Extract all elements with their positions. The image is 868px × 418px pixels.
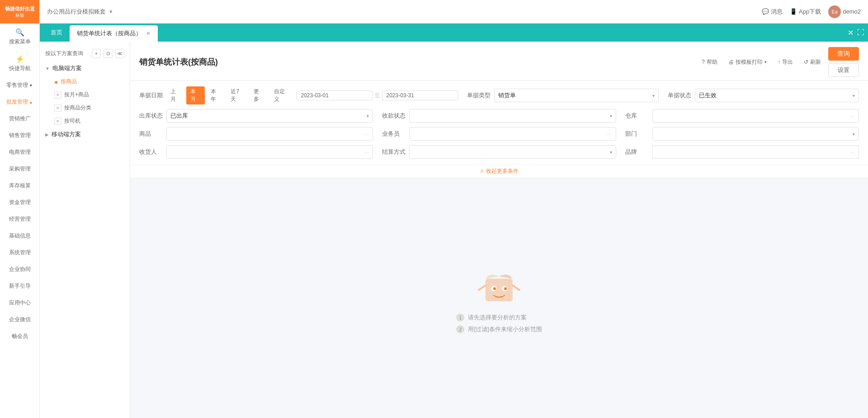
tab-maximize-btn[interactable]: ⛶: [857, 28, 864, 37]
sidebar-item-label: 资金管理: [9, 199, 31, 206]
sidebar-item-label: 基础信息: [9, 232, 31, 240]
chevron-right-icon: ▶: [45, 132, 49, 137]
user-area[interactable]: Ea demo2: [828, 5, 861, 18]
chevron-down-icon[interactable]: ▾: [109, 8, 113, 15]
sidebar-item-label: 搜索菜单: [9, 38, 31, 46]
sidebar-item-label: 系统管理: [9, 249, 31, 256]
collapse-label: ∧ 收起更多条件: [480, 167, 518, 175]
sidebar-item-finance[interactable]: 资金管理: [0, 194, 39, 211]
tree-item-desktop[interactable]: ▼ 电脑端方案: [40, 62, 130, 75]
tab-close-icon[interactable]: ✕: [146, 30, 151, 37]
sidebar-item-retail[interactable]: 零售管理 ▼: [0, 77, 39, 94]
out-value: 已出库: [170, 112, 188, 120]
filter-row-1: 单据日期 上月 本月 本年 近7天 更多 自定义 至: [139, 86, 859, 104]
collapse-panel-btn[interactable]: ≪: [115, 49, 124, 58]
tree-sub-item-by-goods[interactable]: ● 按商品: [40, 75, 130, 88]
sidebar-item-basic[interactable]: 基础信息: [0, 228, 39, 244]
sidebar-item-inventory[interactable]: 库存核算: [0, 177, 39, 194]
tree-sub-item-by-category[interactable]: ≡ 按商品分类: [40, 101, 130, 114]
sidebar-item-search[interactable]: 🔍 搜索菜单: [0, 24, 39, 50]
page-header: 销货单统计表(按商品) ? 帮助 🖨 按模板打印 ▾ ↑ 导出: [130, 42, 868, 81]
print-btn[interactable]: 🖨 按模板打印 ▾: [725, 57, 770, 68]
tab-home-label: 首页: [51, 28, 62, 37]
topbar-right: 💬 消息 📱 App下载 Ea demo2: [762, 5, 861, 18]
avatar: Ea: [828, 5, 841, 18]
main-content: 1 请先选择要分析的方案 2 用[过滤]条件来缩小分析范围: [130, 178, 868, 418]
app-label: App下载: [799, 8, 821, 16]
print-icon: 🖨: [728, 59, 734, 65]
recv-status-select[interactable]: ▾: [409, 109, 616, 123]
empty-tip-2: 2 用[过滤]条件来缩小分析范围: [456, 325, 542, 333]
sidebar-item-label: 销售管理: [9, 132, 31, 139]
collapse-conditions-btn[interactable]: ∧ 收起更多条件: [130, 165, 868, 178]
tree-sub-item-by-month-goods[interactable]: ≡ 按月+商品: [40, 88, 130, 101]
sidebar-item-corp[interactable]: 企业协同: [0, 261, 39, 278]
app-icon: 📱: [790, 8, 797, 15]
date-to-input[interactable]: [382, 90, 458, 100]
tab-home[interactable]: 首页: [43, 24, 70, 42]
message-btn[interactable]: 💬 消息: [762, 8, 783, 16]
sidebar-item-member[interactable]: 畅会员: [0, 328, 39, 345]
dots-icon: ···: [850, 149, 855, 156]
help-btn[interactable]: ? 帮助: [698, 57, 721, 68]
sidebar-item-guide[interactable]: 新手引导: [0, 278, 39, 294]
export-btn[interactable]: ↑ 导出: [774, 57, 797, 68]
date-tab-this-month[interactable]: 本月: [186, 86, 204, 104]
sidebar-item-ecommerce[interactable]: 电商管理: [0, 144, 39, 161]
date-from-input[interactable]: [297, 90, 373, 100]
edit-scheme-btn[interactable]: ⊙: [104, 49, 113, 58]
svg-line-5: [479, 285, 486, 290]
staff-select[interactable]: ···: [409, 127, 616, 141]
svg-point-3: [493, 287, 496, 290]
logo-sub: 标版: [15, 12, 24, 19]
tabbar-actions: ✕ ⛶: [848, 28, 864, 37]
add-scheme-btn[interactable]: +: [92, 49, 101, 58]
sidebar-item-label: 企业微信: [9, 316, 31, 323]
sidebar-item-marketing[interactable]: 营销推广: [0, 110, 39, 127]
receiver-label: 收货人: [139, 148, 166, 156]
date-tab-more[interactable]: 更多: [250, 86, 268, 104]
type-value: 销货单: [498, 91, 516, 100]
sidebar-item-label: 经营管理: [9, 215, 31, 223]
sidebar-item-sales[interactable]: 销售管理: [0, 127, 39, 144]
payment-select[interactable]: ▾: [409, 145, 616, 159]
filter-area: 单据日期 上月 本月 本年 近7天 更多 自定义 至: [130, 81, 868, 165]
brand-select[interactable]: ···: [652, 145, 859, 159]
tip-1-text: 请先选择要分析的方案: [468, 314, 527, 322]
refresh-btn[interactable]: ↺ 刷新: [800, 57, 825, 68]
tab-close-window-btn[interactable]: ✕: [848, 28, 854, 37]
filter-out-status: 出库状态 已出库 ▾: [139, 109, 373, 123]
tree-sub-item-label: 按商品: [61, 78, 77, 86]
date-tab-custom[interactable]: 自定义: [270, 86, 293, 104]
date-tab-this-year[interactable]: 本年: [207, 86, 225, 104]
goods-select[interactable]: ···: [166, 127, 373, 141]
out-status-select[interactable]: 已出库 ▾: [166, 109, 373, 123]
tree-item-icon: ≡: [54, 104, 61, 112]
staff-label: 业务员: [382, 130, 409, 138]
sidebar-item-system[interactable]: 系统管理: [0, 244, 39, 261]
app-download-btn[interactable]: 📱 App下载: [790, 8, 821, 16]
tab-sales-stats[interactable]: 销货单统计表（按商品） ✕: [70, 25, 158, 42]
query-btn[interactable]: 查询: [828, 47, 859, 61]
date-tab-last-month[interactable]: 上月: [166, 86, 184, 104]
sidebar-item-operation[interactable]: 经营管理: [0, 211, 39, 228]
date-separator: 至: [373, 91, 382, 100]
sidebar-item-wholesale[interactable]: 批发管理 ▲: [0, 94, 39, 110]
sidebar-item-label: 应用中心: [9, 299, 31, 307]
type-select[interactable]: 销货单 ▾: [494, 89, 658, 102]
status-select[interactable]: 已生效 ▾: [695, 89, 859, 102]
sidebar-item-appcenter[interactable]: 应用中心: [0, 294, 39, 311]
empty-state: 1 请先选择要分析的方案 2 用[过滤]条件来缩小分析范围: [456, 263, 542, 333]
sidebar-item-quick[interactable]: ⚡ 快捷导航: [0, 50, 39, 77]
tree-sub-item-by-driver[interactable]: ≡ 按司机: [40, 114, 130, 128]
sidebar-item-label: 新手引导: [9, 282, 31, 290]
date-tab-7days[interactable]: 近7天: [226, 86, 248, 104]
sidebar-item-purchase[interactable]: 采购管理: [0, 161, 39, 177]
receiver-select[interactable]: ···: [166, 145, 373, 159]
warehouse-select[interactable]: ···: [652, 109, 859, 123]
tree-item-mobile[interactable]: ▶ 移动端方案: [40, 128, 130, 141]
settings-btn[interactable]: 设置: [828, 63, 859, 77]
sidebar-item-corpwx[interactable]: 企业微信: [0, 311, 39, 328]
sidebar-item-label: 批发管理: [6, 98, 28, 106]
dept-select[interactable]: ▾: [652, 127, 859, 141]
